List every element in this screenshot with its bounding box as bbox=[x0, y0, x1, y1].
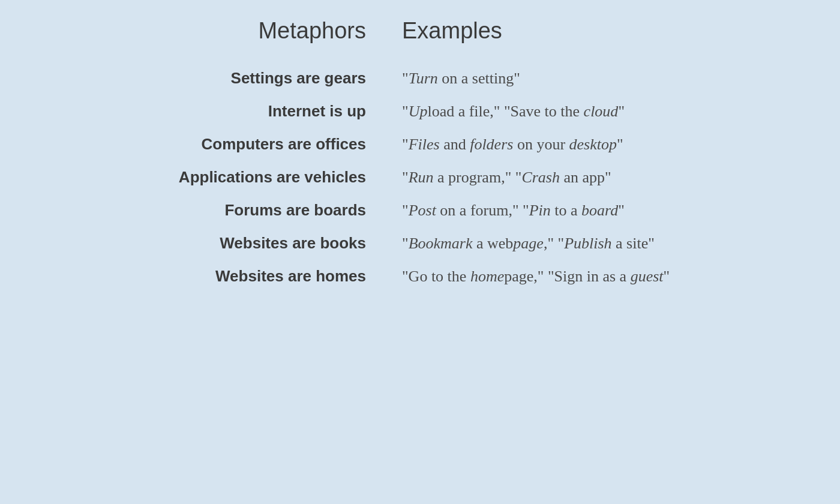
table-row: Applications are vehicles"Run a program,… bbox=[162, 161, 678, 194]
metaphor-label: Computers are offices bbox=[201, 135, 366, 153]
example-cell: "Go to the homepage," "Sign in as a gues… bbox=[390, 268, 678, 286]
table-row: Websites are books"Bookmark a webpage," … bbox=[162, 227, 678, 260]
metaphor-label: Settings are gears bbox=[231, 69, 366, 87]
example-text: "Turn on a setting" bbox=[402, 70, 520, 87]
table-row: Websites are homes"Go to the homepage," … bbox=[162, 260, 678, 293]
metaphor-label: Applications are vehicles bbox=[179, 168, 366, 186]
metaphors-header-cell: Metaphors bbox=[162, 18, 390, 44]
metaphor-cell: Forums are boards bbox=[162, 201, 390, 220]
examples-header-cell: Examples bbox=[390, 18, 678, 44]
metaphor-label: Forums are boards bbox=[224, 201, 366, 219]
example-text: "Post on a forum," "Pin to a board" bbox=[402, 202, 625, 219]
metaphors-heading: Metaphors bbox=[258, 18, 366, 43]
metaphor-cell: Websites are homes bbox=[162, 267, 390, 286]
metaphor-cell: Websites are books bbox=[162, 234, 390, 253]
metaphor-label: Websites are books bbox=[220, 234, 366, 252]
table-row: Internet is up"Upload a file," "Save to … bbox=[162, 95, 678, 128]
metaphor-cell: Computers are offices bbox=[162, 135, 390, 154]
header-row: Metaphors Examples bbox=[162, 18, 678, 44]
rows-container: Settings are gears"Turn on a setting"Int… bbox=[162, 62, 678, 293]
metaphor-label: Internet is up bbox=[268, 102, 366, 120]
table-row: Settings are gears"Turn on a setting" bbox=[162, 62, 678, 95]
example-cell: "Upload a file," "Save to the cloud" bbox=[390, 103, 678, 121]
examples-heading: Examples bbox=[402, 18, 502, 43]
example-cell: "Run a program," "Crash an app" bbox=[390, 169, 678, 187]
example-text: "Go to the homepage," "Sign in as a gues… bbox=[402, 268, 670, 285]
example-cell: "Bookmark a webpage," "Publish a site" bbox=[390, 235, 678, 253]
table-row: Forums are boards"Post on a forum," "Pin… bbox=[162, 194, 678, 227]
metaphor-cell: Internet is up bbox=[162, 102, 390, 121]
metaphor-label: Websites are homes bbox=[215, 267, 366, 285]
metaphor-cell: Applications are vehicles bbox=[162, 168, 390, 187]
example-text: "Upload a file," "Save to the cloud" bbox=[402, 103, 625, 120]
main-container: Metaphors Examples Settings are gears"Tu… bbox=[0, 0, 840, 504]
example-text: "Bookmark a webpage," "Publish a site" bbox=[402, 235, 655, 252]
metaphor-cell: Settings are gears bbox=[162, 69, 390, 88]
table-row: Computers are offices"Files and folders … bbox=[162, 128, 678, 161]
example-text: "Run a program," "Crash an app" bbox=[402, 169, 611, 186]
example-cell: "Post on a forum," "Pin to a board" bbox=[390, 202, 678, 220]
example-cell: "Turn on a setting" bbox=[390, 70, 678, 88]
example-text: "Files and folders on your desktop" bbox=[402, 136, 623, 153]
example-cell: "Files and folders on your desktop" bbox=[390, 136, 678, 154]
